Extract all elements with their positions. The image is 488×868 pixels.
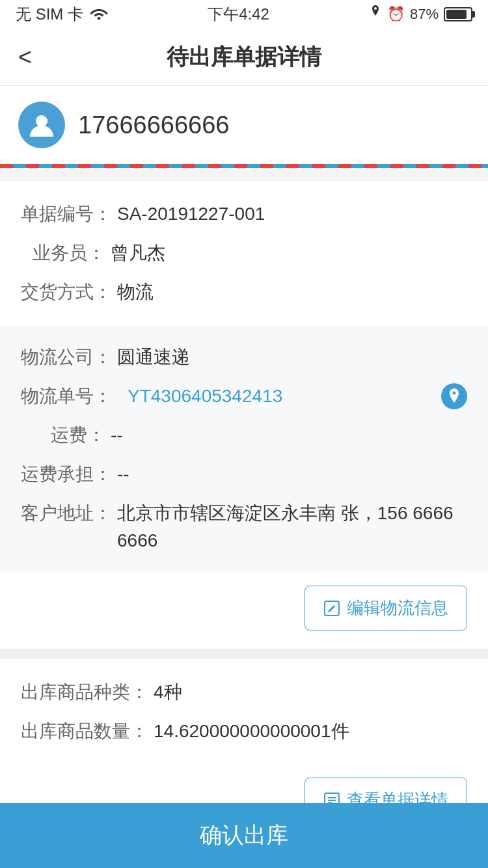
tracking-no-value: YT4306405342413 <box>122 383 431 410</box>
delivery-method-row: 交货方式： 物流 <box>21 278 467 306</box>
address-value: 北京市市辖区海淀区永丰南 张，156 6666 6666 <box>112 500 467 554</box>
address-label: 客户地址： <box>21 500 112 527</box>
nav-bar: < 待出库单据详情 <box>0 29 488 86</box>
freight-label: 运费： <box>21 422 105 449</box>
tracking-no-row: 物流单号： YT4306405342413 <box>21 383 467 410</box>
logistics-company-row: 物流公司： 圆通速递 <box>21 344 467 371</box>
goods-section: 出库商品种类： 4种 出库商品数量： 14.620000000000001件 <box>0 659 488 765</box>
battery-icon <box>444 7 472 21</box>
delivery-method-value: 物流 <box>112 278 467 306</box>
goods-quantity-row: 出库商品数量： 14.620000000000001件 <box>21 718 467 745</box>
user-phone: 17666666666 <box>78 111 229 139</box>
order-no-row: 单据编号： SA-20191227-001 <box>21 200 467 228</box>
status-right: ⏰ 87% <box>369 5 472 23</box>
freight-value: -- <box>105 422 467 449</box>
order-no-value: SA-20191227-001 <box>112 200 467 228</box>
svg-point-0 <box>36 115 47 127</box>
page-title: 待出库单据详情 <box>167 42 321 72</box>
order-no-label: 单据编号： <box>21 200 112 228</box>
battery-text: 87% <box>410 6 439 23</box>
tracking-location-icon[interactable] <box>441 383 467 409</box>
delivery-method-label: 交货方式： <box>21 278 112 306</box>
wifi-icon <box>90 5 108 23</box>
edit-logistics-button[interactable]: 编辑物流信息 <box>305 586 467 631</box>
goods-type-row: 出库商品种类： 4种 <box>21 679 467 706</box>
edit-logistics-row: 编辑物流信息 <box>0 573 488 649</box>
freight-bearer-value: -- <box>112 461 467 488</box>
status-bar: 无 SIM 卡 下午4:42 ⏰ 87% <box>0 0 488 29</box>
freight-bearer-row: 运费承担： -- <box>21 461 467 488</box>
location-status-icon <box>369 5 382 23</box>
status-time: 下午4:42 <box>208 4 269 25</box>
logistics-section: 物流公司： 圆通速递 物流单号： YT4306405342413 运费： -- … <box>0 325 488 573</box>
agent-value: 曾凡杰 <box>105 239 467 267</box>
freight-row: 运费： -- <box>21 422 467 449</box>
alarm-icon: ⏰ <box>387 6 405 23</box>
agent-label: 业务员： <box>21 239 105 267</box>
tracking-no-label: 物流单号： <box>21 383 112 410</box>
status-left: 无 SIM 卡 <box>16 4 108 25</box>
agent-row: 业务员： 曾凡杰 <box>21 239 467 267</box>
address-row: 客户地址： 北京市市辖区海淀区永丰南 张，156 6666 6666 <box>21 500 467 554</box>
goods-type-label: 出库商品种类： <box>21 679 148 706</box>
basic-info-section: 单据编号： SA-20191227-001 业务员： 曾凡杰 交货方式： 物流 <box>0 181 488 325</box>
section-separator <box>0 649 488 659</box>
back-button[interactable]: < <box>18 44 32 71</box>
confirm-button[interactable]: 确认出库 <box>0 803 488 868</box>
goods-quantity-label: 出库商品数量： <box>21 718 148 745</box>
dashed-divider <box>0 164 488 168</box>
carrier-text: 无 SIM 卡 <box>16 4 83 25</box>
goods-type-value: 4种 <box>148 679 467 706</box>
avatar <box>18 102 65 148</box>
edit-logistics-label: 编辑物流信息 <box>347 597 448 619</box>
goods-quantity-value: 14.620000000000001件 <box>148 718 467 745</box>
user-header: 17666666666 <box>0 86 488 164</box>
logistics-company-label: 物流公司： <box>21 344 112 371</box>
logistics-company-value: 圆通速递 <box>112 344 467 371</box>
freight-bearer-label: 运费承担： <box>21 461 112 488</box>
